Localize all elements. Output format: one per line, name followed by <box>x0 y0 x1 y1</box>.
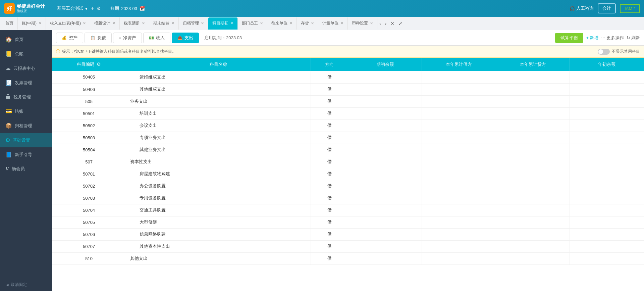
tab-period-end-close[interactable]: ✕ <box>171 21 174 26</box>
cell-name: 专用设备购置 <box>126 192 311 204</box>
tab-inventory[interactable]: 存货 ✕ <box>297 17 318 30</box>
table-container[interactable]: 科目编码 ⚙ 科目名称 方向 期初余额 本年累计借方 本年累计贷方 年初余额 5… <box>52 58 644 291</box>
cell-name: 专项业务支出 <box>126 132 311 144</box>
sidebar-item-settings[interactable]: ⚙ 基础设置 <box>0 133 52 147</box>
tab-unit-close[interactable]: ✕ <box>340 21 343 26</box>
cell-qi <box>348 228 422 240</box>
sub-tab-equity[interactable]: ≡ 净资产 <box>113 33 142 43</box>
table-row[interactable]: 50405 运维维权支出 借 <box>52 71 644 83</box>
cell-dir: 借 <box>311 192 348 204</box>
sidebar-home-label: 首页 <box>15 37 23 43</box>
tab-dept[interactable]: 部门员工 ✕ <box>238 17 267 30</box>
cell-nian <box>570 71 644 83</box>
tab-currency[interactable]: 币种设置 ✕ <box>348 17 377 30</box>
tab-partner-close[interactable]: ✕ <box>289 21 292 26</box>
sidebar-item-guide[interactable]: 📘 新手引导 <box>0 147 52 162</box>
tab-period-end[interactable]: 期末结转 ✕ <box>149 17 179 30</box>
sidebar-item-tax[interactable]: 🏛 税务管理 <box>0 90 52 104</box>
cell-qi <box>348 95 422 107</box>
sidebar-pin-toggle[interactable]: ◄ 取消固定 <box>0 279 52 291</box>
more-ops-button[interactable]: ⋯ 更多操作 <box>601 35 624 41</box>
account-button[interactable]: 会计 <box>598 3 616 13</box>
sub-tab-income[interactable]: 💵 收入 <box>143 33 170 43</box>
table-row[interactable]: 50705 大型修缮 借 <box>52 216 644 228</box>
tab-home-label: 首页 <box>5 20 13 26</box>
add-icon: + <box>586 35 589 40</box>
add-button[interactable]: + 新增 <box>586 35 598 41</box>
tab-dept-close[interactable]: ✕ <box>260 21 263 26</box>
iam-label: IAM * <box>625 6 635 11</box>
tab-income-close[interactable]: ✕ <box>83 21 86 26</box>
table-row[interactable]: 510 其他支出 借 <box>52 252 644 264</box>
tab-period[interactable]: 账(中期) ✕ <box>18 17 46 30</box>
consult-button[interactable]: 🎧 人工咨询 <box>570 5 594 11</box>
tab-template-close[interactable]: ✕ <box>112 21 115 26</box>
table-row[interactable]: 50701 房屋建筑物购建 借 <box>52 168 644 180</box>
tab-template[interactable]: 模版设计 ✕ <box>90 17 120 30</box>
table-row[interactable]: 50704 交通工具购置 借 <box>52 204 644 216</box>
more-label: 更多操作 <box>606 35 624 41</box>
table-row[interactable]: 507 资本性支出 借 <box>52 156 644 168</box>
tab-expand[interactable]: ⤢ <box>396 19 405 28</box>
calendar-icon[interactable]: 📅 <box>139 6 145 11</box>
refresh-button[interactable]: ↻ 刷新 <box>627 35 640 41</box>
table-row[interactable]: 50502 会议支出 借 <box>52 119 644 132</box>
tab-currency-close[interactable]: ✕ <box>370 21 373 26</box>
tab-home[interactable]: 首页 <box>1 17 18 30</box>
tab-subject-init[interactable]: 科目期初 ✕ <box>208 17 238 30</box>
settings-icon[interactable]: ⚙ <box>97 6 101 11</box>
cell-qi <box>348 119 422 132</box>
tab-tax-close[interactable]: ✕ <box>142 21 145 26</box>
content-area: 💰 资产 📋 负债 ≡ 净资产 💵 收入 📤 支出 启用期间：2023.03 试 <box>52 30 644 291</box>
sidebar-item-ledger[interactable]: 📒 总账 <box>0 47 52 61</box>
tab-partner[interactable]: 往来单位 ✕ <box>267 17 297 30</box>
tab-archive-label: 归档管理 <box>183 20 199 26</box>
table-row[interactable]: 50504 其他业务支出 借 <box>52 144 644 156</box>
sidebar-item-home[interactable]: 🏠 首页 <box>0 32 52 47</box>
sub-tab-liabilities[interactable]: 📋 负债 <box>85 33 112 43</box>
table-row[interactable]: 50406 其他维权支出 借 <box>52 83 644 95</box>
sidebar-item-checkout[interactable]: 💳 结账 <box>0 104 52 118</box>
tab-inventory-close[interactable]: ✕ <box>311 21 314 26</box>
iam-button[interactable]: IAM * <box>620 4 640 13</box>
calc-balance-button[interactable]: 试算平衡 <box>555 33 583 43</box>
sidebar-item-cloud[interactable]: ☁ 云报表中心 <box>0 61 52 76</box>
cell-name: 其他维权支出 <box>126 83 311 95</box>
sub-tab-assets[interactable]: 💰 资产 <box>56 33 83 43</box>
tab-scroll-left[interactable]: ‹ <box>377 19 383 28</box>
tab-archive-close[interactable]: ✕ <box>201 21 204 26</box>
hint-text-area: ⓘ 提示：按Ctrl + F键并输入科目编码或者科目名称可以查找科目。 <box>56 49 176 54</box>
table-row[interactable]: 50706 信息网络购建 借 <box>52 228 644 240</box>
assets-icon: 💰 <box>62 36 67 40</box>
tab-archive[interactable]: 归档管理 ✕ <box>179 17 208 30</box>
sidebar-item-vip[interactable]: V 畅会员 <box>0 162 52 176</box>
tab-income-report[interactable]: 收入支出表(年报) ✕ <box>46 17 90 30</box>
tab-tax[interactable]: 税表清册 ✕ <box>120 17 149 30</box>
table-row[interactable]: 50501 培训支出 借 <box>52 107 644 119</box>
switch-track[interactable] <box>598 49 610 55</box>
table-row[interactable]: 50503 专项业务支出 借 <box>52 132 644 144</box>
cell-name: 其他资本性支出 <box>126 240 311 252</box>
sidebar-item-archive[interactable]: 📦 归档管理 <box>0 118 52 133</box>
table-row[interactable]: 50707 其他资本性支出 借 <box>52 240 644 252</box>
sidebar-item-invoice[interactable]: 🧾 发票管理 <box>0 76 52 90</box>
cell-nian <box>570 228 644 240</box>
column-settings-button[interactable]: ⚙ <box>97 61 101 67</box>
tab-subject-close[interactable]: ✕ <box>230 21 233 26</box>
tab-close-all[interactable]: ✕ <box>388 19 396 28</box>
cell-nian <box>570 107 644 119</box>
cell-qi <box>348 192 422 204</box>
disable-toggle[interactable]: 不显示禁用科目 <box>598 49 640 55</box>
cell-dir: 借 <box>311 119 348 132</box>
tab-unit[interactable]: 计量单位 ✕ <box>318 17 348 30</box>
add-project-icon[interactable]: + <box>91 5 94 11</box>
table-row[interactable]: 50703 专用设备购置 借 <box>52 192 644 204</box>
project-selector[interactable]: 基层工会测试 ▾ + ⚙ <box>54 4 104 13</box>
sub-tab-expenditure[interactable]: 📤 支出 <box>172 33 199 43</box>
table-row[interactable]: 50702 办公设备购置 借 <box>52 180 644 192</box>
cell-dir: 借 <box>311 180 348 192</box>
cell-jie <box>422 180 496 192</box>
table-row[interactable]: 505 业务支出 借 <box>52 95 644 107</box>
tab-period-close[interactable]: ✕ <box>39 21 42 26</box>
tab-scroll-right[interactable]: › <box>383 19 389 28</box>
